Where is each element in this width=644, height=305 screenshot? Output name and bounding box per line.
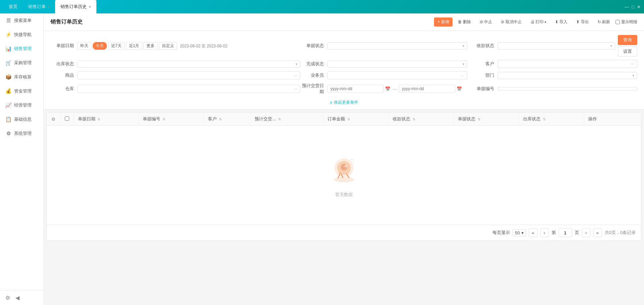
warehouse-select[interactable]: ···	[77, 85, 300, 93]
page-header: 销售订单历史 + 新增 🗑 删除 ⊘ 中止 ⊘ 取消中止 🖨 打印 ▾ ⬇ 导入…	[44, 13, 644, 31]
display-toggle-checkbox[interactable]	[615, 20, 620, 24]
estimated-delivery-start[interactable]	[327, 85, 384, 93]
date-range-display: 2023-06-02 至 2023-06-02	[180, 43, 227, 49]
empty-svg: ~ ~	[327, 153, 361, 186]
cancel-stop-button[interactable]: ⊘ 取消中止	[498, 17, 525, 27]
sidebar-item-inventory[interactable]: 📦 库存核算	[0, 70, 43, 84]
display-toggle-label: 显示明细	[621, 19, 637, 25]
sidebar-item-purchase[interactable]: 🛒 采购管理	[0, 56, 43, 70]
estimated-delivery-end[interactable]	[399, 85, 455, 93]
th-out-status-sort-icon[interactable]: ⇅	[543, 117, 546, 121]
tab-sales-order[interactable]: 销售订单 ×	[23, 0, 55, 13]
th-number-sort-icon[interactable]: ⇅	[163, 117, 165, 121]
import-button[interactable]: ⬇ 导入	[552, 17, 571, 27]
date-btn-today[interactable]: 今天	[93, 42, 107, 50]
refresh-button[interactable]: ↻ 刷新	[594, 17, 613, 27]
department-select[interactable]: ▾	[498, 72, 637, 79]
th-payment-sort-icon[interactable]: ⇅	[413, 117, 415, 121]
sidebar-item-search[interactable]: ☰ 搜索菜单	[0, 13, 43, 28]
salesperson-more-icon[interactable]: ···	[461, 73, 464, 78]
table-settings-icon[interactable]: ⚙	[51, 117, 55, 122]
next-page-btn[interactable]: ›	[582, 228, 591, 237]
sidebar-settings-icon[interactable]: ⚙	[5, 295, 10, 301]
window-minimize-btn[interactable]: —	[625, 4, 629, 9]
th-doc-status-sort-icon[interactable]: ⇅	[478, 117, 480, 121]
tab-sales-order-history-close[interactable]: ×	[89, 5, 91, 9]
th-out-status-label: 出库状态	[523, 116, 541, 121]
filter-department-segment: 部门 ▾	[471, 72, 637, 79]
sidebar-item-finance[interactable]: 💰 资金管理	[0, 84, 43, 98]
status-arrow-icon: ▾	[463, 44, 464, 48]
date-btn-custom[interactable]: 自定义	[159, 42, 177, 50]
sidebar-item-system[interactable]: ⚙ 系统管理	[0, 126, 43, 141]
th-customer-sort-icon[interactable]: ⇅	[219, 117, 222, 121]
status-select[interactable]: ▾	[327, 42, 467, 49]
print-button[interactable]: 🖨 打印 ▾	[527, 17, 550, 27]
th-amount-sort-icon[interactable]: ⇅	[347, 117, 350, 121]
th-delivery: 预计交货... ⇅	[251, 113, 324, 126]
select-all-checkbox[interactable]	[65, 116, 69, 121]
sidebar-item-operations[interactable]: 📈 经营管理	[0, 98, 43, 112]
th-amount: 订单金额 ⇅	[324, 113, 389, 126]
completion-select[interactable]: ▾	[327, 61, 467, 68]
query-button[interactable]: 查询	[618, 35, 637, 45]
sidebar-item-inventory-label: 库存核算	[14, 74, 32, 80]
filter-row-1: 单据日期 昨天 今天 近7天 近1月 更多 自定义 2023-06-02 至 2…	[50, 35, 637, 56]
sidebar-item-base-info[interactable]: 📋 基础信息	[0, 112, 43, 126]
filter-salesperson-segment: 业务员 ···	[300, 71, 467, 79]
page-size-select[interactable]: 50 ▾	[513, 229, 526, 236]
first-page-btn[interactable]: «	[529, 228, 538, 237]
operations-icon: 📈	[5, 102, 11, 108]
page-number-input[interactable]: 1	[559, 228, 572, 237]
page-total: 共0页，0条记录	[605, 230, 636, 236]
prev-page-btn[interactable]: ‹	[540, 228, 549, 237]
sidebar-collapse-icon[interactable]: ◀	[15, 295, 19, 301]
tab-home[interactable]: 首页	[3, 0, 23, 13]
date-btn-1month[interactable]: 近1月	[126, 42, 142, 50]
main-content: 销售订单历史 + 新增 🗑 删除 ⊘ 中止 ⊘ 取消中止 🖨 打印 ▾ ⬇ 导入…	[44, 13, 644, 305]
goods-select[interactable]: ···	[77, 71, 300, 79]
salesperson-select[interactable]: ···	[327, 71, 467, 79]
last-page-btn[interactable]: »	[593, 228, 602, 237]
date-filter-label: 单据日期	[50, 43, 77, 49]
calendar-end-icon[interactable]: 📅	[457, 86, 462, 91]
window-maximize-btn[interactable]: □	[632, 4, 634, 9]
date-btn-7days[interactable]: 近7天	[108, 42, 125, 50]
completion-filter-label: 完成状态	[300, 61, 327, 67]
status-filter-label: 单据状态	[300, 43, 327, 49]
payment-select[interactable]: ▾	[498, 42, 615, 49]
sidebar-item-quick-nav[interactable]: ⚡ 快捷导航	[0, 28, 43, 42]
warehouse-more-icon[interactable]: ···	[294, 86, 297, 91]
date-shortcuts: 昨天 今天 近7天 近1月 更多 自定义	[77, 42, 177, 50]
calendar-start-icon[interactable]: 📅	[385, 86, 390, 91]
toolbar: + 新增 🗑 删除 ⊘ 中止 ⊘ 取消中止 🖨 打印 ▾ ⬇ 导入 ⬆ 导出 ↻…	[434, 17, 637, 27]
empty-icon: ~ ~	[327, 153, 361, 186]
order-number-input[interactable]	[498, 87, 637, 90]
data-table: ⚙ 单据日期 ⇅ 单据编号 ⇅	[47, 113, 641, 126]
th-delivery-sort-icon[interactable]: ⇅	[278, 117, 281, 121]
new-button[interactable]: + 新增	[434, 17, 452, 27]
th-date-label: 单据日期	[78, 116, 95, 121]
window-close-btn[interactable]: ✕	[637, 4, 641, 9]
th-customer-label: 客户	[208, 116, 217, 121]
delete-button[interactable]: 🗑 删除	[455, 17, 474, 27]
print-dropdown-icon[interactable]: ▾	[545, 20, 546, 24]
filter-delivery-segment: 出库状态 ▾	[50, 61, 300, 68]
export-button[interactable]: ⬆ 导出	[573, 17, 592, 27]
customer-select[interactable]: ···	[498, 60, 637, 68]
date-btn-yesterday[interactable]: 昨天	[77, 42, 91, 50]
display-toggle[interactable]: 显示明细	[615, 19, 637, 25]
tab-sales-order-close[interactable]: ×	[48, 5, 50, 9]
delivery-select[interactable]: ▾	[77, 61, 300, 68]
settings-button[interactable]: 设置	[618, 46, 637, 56]
salesperson-filter-label: 业务员	[300, 72, 327, 78]
goods-more-icon[interactable]: ···	[294, 73, 297, 78]
customer-more-icon[interactable]: ···	[631, 62, 634, 66]
date-btn-more[interactable]: 更多	[143, 42, 158, 50]
tab-sales-order-history[interactable]: 销售订单历史 ×	[55, 0, 96, 13]
sidebar-item-sales[interactable]: 📊 销售管理	[0, 42, 43, 56]
stop-button[interactable]: ⊘ 中止	[476, 17, 496, 27]
filter-row-4: 仓库 ··· 预计交货日期 📅 — 📅	[50, 83, 637, 95]
th-date-sort-icon[interactable]: ⇅	[97, 117, 100, 121]
collapse-filter-button[interactable]: ∧ 收起更多条件	[50, 98, 637, 107]
